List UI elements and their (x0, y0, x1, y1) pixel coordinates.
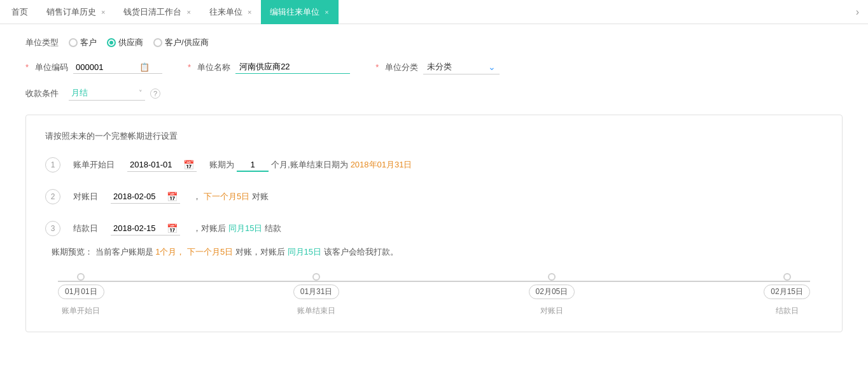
tabs-expand-button[interactable]: › (850, 6, 865, 18)
radio-both-label: 客户/供应商 (165, 37, 209, 48)
step-3-calendar-icon[interactable]: 📅 (167, 223, 178, 234)
payment-help-icon[interactable]: ? (150, 88, 160, 99)
unit-type-label: 单位类型 (25, 37, 59, 48)
step-1-date-input: 📅 (127, 158, 197, 172)
unit-classify-chevron-icon: ⌄ (488, 62, 496, 72)
radio-supplier-label: 供应商 (118, 37, 143, 48)
payment-condition-select[interactable]: 月结 ˅ (69, 86, 145, 101)
radio-both-circle (153, 38, 162, 47)
preview-text: 当前客户账期是 (95, 247, 153, 257)
step-3-row: 3 结款日 📅 ，对账后 同月15日 结款 (45, 221, 823, 236)
preview-reconcile-suffix: 对账，对账后 (235, 247, 285, 257)
unit-name-label: 单位名称 (197, 62, 230, 73)
step-3-desc-prefix: ，对账后 (193, 223, 226, 234)
unit-classify-field: * 单位分类 未分类 ⌄ (375, 60, 500, 74)
preview-reconcile-prefix: 下一个月5日 (187, 247, 233, 257)
timeline-badge-3: 02月15日 (764, 285, 810, 299)
step-2-highlight: 下一个月5日 (204, 191, 249, 202)
step-3-date-field[interactable] (113, 223, 164, 233)
radio-customer[interactable]: 客户 (69, 37, 97, 48)
unit-code-input-wrapper: 📋 (73, 61, 162, 74)
unit-code-star: * (25, 62, 29, 72)
timeline-node-3: 02月15日 结款日 (764, 273, 810, 316)
tab-partner-unit-label: 往来单位 (209, 6, 242, 18)
radio-supplier-circle (107, 38, 116, 47)
unit-type-radio-group: 客户 供应商 客户/供应商 (69, 37, 209, 48)
preview-payment: 同月15日 (288, 247, 321, 257)
tab-partner-unit-close[interactable]: × (248, 8, 251, 16)
step-3-label: 结款日 (73, 223, 98, 234)
tab-cash-work-close[interactable]: × (186, 8, 190, 16)
tab-home[interactable]: 首页 (3, 0, 38, 24)
tab-sales-history-label: 销售订单历史 (46, 6, 96, 18)
tab-sales-history[interactable]: 销售订单历史 × (38, 0, 115, 24)
timeline-node-1: 01月31日 账单结束日 (293, 273, 340, 316)
unit-name-input[interactable] (235, 61, 350, 74)
step-1-row: 1 账单开始日 📅 账期为 个月,账单结束日期为 2018年01月31日 (45, 157, 823, 172)
tab-edit-partner-label: 编辑往来单位 (270, 6, 319, 18)
step-3-highlight: 同月15日 (228, 223, 262, 234)
step-1-calendar-icon[interactable]: 📅 (183, 160, 194, 170)
timeline-label-2: 对账日 (540, 306, 563, 316)
step-1-date-field[interactable] (130, 160, 181, 169)
step-2-date-field[interactable] (113, 192, 164, 201)
step-1-desc: 账期为 个月,账单结束日期为 2018年01月31日 (209, 158, 412, 172)
unit-classify-label: 单位分类 (385, 62, 418, 73)
step-2-calendar-icon[interactable]: 📅 (167, 192, 178, 202)
unit-type-row: 单位类型 客户 供应商 客户/供应商 (25, 37, 843, 48)
unit-code-label: 单位编码 (35, 62, 68, 73)
unit-type-field: 单位类型 客户 供应商 客户/供应商 (25, 37, 209, 48)
step-3-number: 3 (45, 221, 60, 236)
tab-edit-partner-close[interactable]: × (325, 8, 328, 16)
payment-condition-row: 收款条件 月结 ˅ ? (25, 86, 843, 101)
period-value-input[interactable] (237, 158, 269, 172)
timeline-dot-0 (77, 273, 85, 281)
preview-period: 1个月， (155, 247, 185, 257)
tab-edit-partner[interactable]: 编辑往来单位 × (261, 0, 338, 24)
unit-name-star: * (188, 62, 191, 72)
tabs-bar: 首页 销售订单历史 × 钱货日清工作台 × 往来单位 × 编辑往来单位 × › (0, 0, 868, 24)
unit-code-copy-icon[interactable]: 📋 (139, 62, 150, 72)
payment-condition-field: 收款条件 月结 ˅ ? (25, 86, 160, 101)
timeline-dot-1 (312, 273, 320, 281)
timeline-badge-0: 01月01日 (58, 285, 104, 299)
tab-sales-history-close[interactable]: × (101, 8, 105, 16)
tab-home-label: 首页 (11, 6, 28, 18)
preview-section: 账期预览： 当前客户账期是 1个月， 下一个月5日 对账，对账后 同月15日 该… (45, 246, 823, 258)
unit-code-field: * 单位编码 📋 (25, 61, 162, 74)
timeline-node-0: 01月01日 账单开始日 (58, 273, 104, 316)
preview-label: 账期预览： (52, 247, 93, 257)
unit-classify-star: * (375, 62, 379, 72)
step-2-number: 2 (45, 189, 60, 204)
timeline-label-3: 结款日 (776, 306, 799, 316)
step-2-label: 对账日 (73, 191, 98, 202)
tab-cash-work-label: 钱货日清工作台 (123, 6, 181, 18)
tab-cash-work[interactable]: 钱货日清工作台 × (115, 0, 200, 24)
step-2-row: 2 对账日 📅 ， 下一个月5日 对账 (45, 189, 823, 204)
step-1-desc-prefix: 账期为 (209, 159, 234, 171)
timeline-node-2: 02月05日 对账日 (529, 273, 575, 316)
radio-supplier[interactable]: 供应商 (107, 37, 143, 48)
timeline-badge-2: 02月05日 (529, 285, 575, 299)
panel-title: 请按照未来的一个完整帐期进行设置 (45, 130, 823, 142)
step-2-desc: ， 下一个月5日 对账 (193, 191, 269, 202)
tab-partner-unit[interactable]: 往来单位 × (200, 0, 261, 24)
timeline-dot-3 (783, 273, 791, 281)
period-settings-panel: 请按照未来的一个完整帐期进行设置 1 账单开始日 📅 账期为 个月,账单结束日期… (25, 115, 843, 332)
step-3-desc-suffix: 结款 (265, 223, 281, 234)
timeline-dot-2 (548, 273, 556, 281)
preview-end: 该客户会给我打款。 (324, 247, 398, 257)
unit-code-input[interactable] (76, 62, 139, 72)
unit-name-field: * 单位名称 (188, 61, 350, 74)
timeline-label-0: 账单开始日 (62, 306, 100, 316)
timeline-badge-1: 01月31日 (293, 285, 340, 299)
radio-both[interactable]: 客户/供应商 (153, 37, 209, 48)
unit-classify-select[interactable]: 未分类 ⌄ (423, 60, 500, 74)
step-1-label: 账单开始日 (73, 159, 115, 171)
payment-condition-label: 收款条件 (25, 88, 59, 99)
content-area: 单位类型 客户 供应商 客户/供应商 * 单位编码 (0, 24, 868, 387)
radio-customer-label: 客户 (80, 37, 97, 48)
timeline-label-1: 账单结束日 (297, 306, 335, 316)
step-3-date-input: 📅 (111, 222, 180, 236)
step-2-desc-comma: ， (193, 191, 201, 202)
